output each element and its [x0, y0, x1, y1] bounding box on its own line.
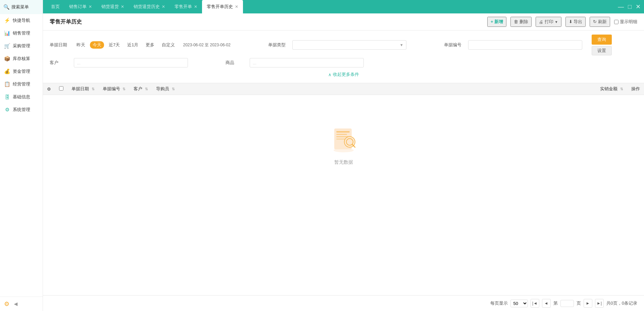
sidebar-item-sales-mgmt[interactable]: 📊销售管理	[0, 27, 43, 40]
nav-icon-purchase-mgmt: 🛒	[4, 43, 10, 49]
toolbar: + 新增 🗑 删除 🖨 打印 ▼ ⬇ 导出 ↻ 刷新 显示明细	[487, 17, 637, 27]
tab-close-sales-return[interactable]: ✕	[121, 4, 124, 9]
date-options: 昨天今天近7天近1月更多自定义	[74, 41, 178, 49]
refresh-button[interactable]: ↻ 刷新	[590, 17, 610, 27]
nav-icon-finance: 💰	[4, 68, 10, 74]
tab-close-retail-open[interactable]: ✕	[194, 4, 197, 9]
doc-type-select[interactable]: ▼	[292, 40, 406, 50]
sidebar-item-finance[interactable]: 💰资金管理	[0, 65, 43, 78]
last-page-btn[interactable]: ►|	[595, 299, 604, 308]
table-col-checkbox[interactable]	[55, 83, 67, 95]
sidebar-collapse-icon[interactable]: ◄	[13, 301, 19, 308]
amount-sort-icon[interactable]: ⇅	[620, 87, 623, 91]
sidebar-item-purchase-mgmt[interactable]: 🛒采购管理	[0, 40, 43, 52]
first-page-btn[interactable]: |◄	[531, 299, 539, 308]
tab-close-sales-return-history[interactable]: ✕	[162, 4, 165, 9]
tab-close-sales-order[interactable]: ✕	[89, 4, 92, 9]
nav-label-sys-mgmt: 系统管理	[13, 107, 30, 113]
empty-row: 暂无数据	[43, 95, 644, 193]
customer-dots: ...	[77, 60, 81, 65]
date-opt-yesterday[interactable]: 昨天	[74, 41, 88, 49]
date-sort-icon[interactable]: ⇅	[92, 87, 95, 91]
doc-no-sort-icon[interactable]: ⇅	[122, 87, 126, 91]
add-button[interactable]: + 新增	[487, 17, 506, 27]
guide-sort-icon[interactable]: ⇅	[172, 87, 175, 91]
delete-button[interactable]: 🗑 删除	[510, 17, 532, 27]
nav-label-base-info: 基础信息	[13, 94, 30, 100]
svg-rect-5	[336, 139, 346, 140]
nav-icon-inventory: 📦	[4, 56, 10, 62]
window-minimize-icon[interactable]: —	[618, 3, 624, 10]
table-col-action: 操作	[627, 83, 644, 95]
sidebar-search-label: 搜索菜单	[11, 4, 29, 10]
tab-sales-order[interactable]: 销售订单✕	[64, 0, 97, 13]
sidebar-item-ops-mgmt[interactable]: 📋经营管理	[0, 78, 43, 91]
nav-label-purchase-mgmt: 采购管理	[13, 43, 30, 49]
doc-no-input[interactable]	[468, 40, 582, 50]
sidebar-item-inventory[interactable]: 📦库存核算	[0, 52, 43, 65]
goods-label: 商品	[226, 60, 244, 66]
search-icon: 🔍	[3, 4, 9, 10]
date-label: 单据日期	[50, 42, 68, 48]
sidebar-nav: ⚡快捷导航📊销售管理🛒采购管理📦库存核算💰资金管理📋经营管理🗄基础信息⚙系统管理	[0, 14, 43, 116]
page-header: 零售开单历史 + 新增 🗑 删除 🖨 打印 ▼ ⬇ 导出 ↻ 刷新 显示明细	[43, 13, 644, 31]
svg-rect-3	[336, 134, 347, 135]
tab-home[interactable]: 首页	[46, 0, 64, 13]
print-button[interactable]: 🖨 打印 ▼	[536, 17, 561, 27]
doc-no-label: 单据编号	[444, 42, 463, 48]
next-page-btn[interactable]: ►	[584, 299, 592, 308]
prev-page-btn[interactable]: ◄	[542, 299, 551, 308]
tab-retail-open-history[interactable]: 零售开单历史✕	[202, 0, 243, 13]
date-opt-custom[interactable]: 自定义	[159, 41, 178, 49]
tab-label-sales-return-history: 销货退货历史	[134, 4, 160, 10]
tab-label-sales-return: 销货退货	[101, 4, 119, 10]
date-opt-today[interactable]: 今天	[90, 41, 104, 49]
table-col-guide: 导购员 ⇅	[152, 83, 179, 95]
show-detail-checkbox[interactable]: 显示明细	[614, 19, 637, 25]
nav-label-finance: 资金管理	[13, 68, 30, 74]
query-button[interactable]: 查询	[592, 35, 612, 45]
date-opt-more[interactable]: 更多	[143, 41, 157, 49]
nav-label-inventory: 库存核算	[13, 56, 30, 62]
tab-bar-right: — □ ✕	[618, 3, 641, 10]
window-maximize-icon[interactable]: □	[628, 3, 632, 10]
date-opt-last_month[interactable]: 近1月	[125, 41, 141, 49]
empty-state: 暂无数据	[43, 95, 644, 192]
collapse-btn[interactable]: ∧ 收起更多条件	[50, 70, 637, 79]
tab-retail-open[interactable]: 零售开单✕	[170, 0, 202, 13]
nav-label-sales-mgmt: 销售管理	[13, 30, 30, 36]
tab-close-retail-open-history[interactable]: ✕	[235, 4, 238, 9]
table-col-customer: 客户 ⇅	[130, 83, 152, 95]
nav-icon-quick-nav: ⚡	[4, 17, 10, 23]
select-all-checkbox[interactable]	[59, 86, 63, 91]
data-table: ⚙ 单据日期 ⇅ 单据编号 ⇅ 客户	[43, 83, 644, 192]
customer-sort-icon[interactable]: ⇅	[145, 87, 148, 91]
sidebar-search[interactable]: 🔍 搜索菜单	[0, 0, 43, 14]
tab-sales-return-history[interactable]: 销货退货历史✕	[129, 0, 170, 13]
page-title: 零售开单历史	[50, 18, 82, 25]
tab-sales-return[interactable]: 销货退货✕	[97, 0, 129, 13]
sidebar-item-quick-nav[interactable]: ⚡快捷导航	[0, 14, 43, 27]
table-header-row: ⚙ 单据日期 ⇅ 单据编号 ⇅ 客户	[43, 83, 644, 95]
sidebar-item-base-info[interactable]: 🗄基础信息	[0, 91, 43, 103]
sidebar-settings-icon[interactable]: ⚙	[4, 300, 9, 308]
doc-type-label: 单据类型	[268, 42, 287, 48]
filter-area: 单据日期 昨天今天近7天近1月更多自定义 2023-06-02 至 2023-0…	[43, 31, 644, 83]
table-col-settings[interactable]: ⚙	[43, 83, 55, 95]
show-detail-input[interactable]	[614, 20, 618, 24]
export-button[interactable]: ⬇ 导出	[565, 17, 586, 27]
table-col-date: 单据日期 ⇅	[67, 83, 99, 95]
customer-select[interactable]: ...	[74, 58, 188, 67]
goods-select[interactable]: ...	[250, 58, 364, 67]
print-dropdown-icon: ▼	[555, 20, 558, 24]
tab-bar: 首页销售订单✕销货退货✕销货退货历史✕零售开单✕零售开单历史✕ — □ ✕	[43, 0, 644, 13]
date-opt-last7[interactable]: 近7天	[106, 41, 122, 49]
per-page-select[interactable]: 50 10 20 100	[510, 300, 528, 307]
page-input[interactable]: 1	[560, 300, 574, 307]
window-close-icon[interactable]: ✕	[636, 3, 641, 10]
settings-filter-button[interactable]: 设置	[592, 46, 612, 55]
sidebar-item-sys-mgmt[interactable]: ⚙系统管理	[0, 103, 43, 116]
tab-label-retail-open-history: 零售开单历史	[207, 4, 233, 10]
filter-row-1: 单据日期 昨天今天近7天近1月更多自定义 2023-06-02 至 2023-0…	[50, 35, 637, 55]
nav-label-quick-nav: 快捷导航	[13, 17, 30, 23]
